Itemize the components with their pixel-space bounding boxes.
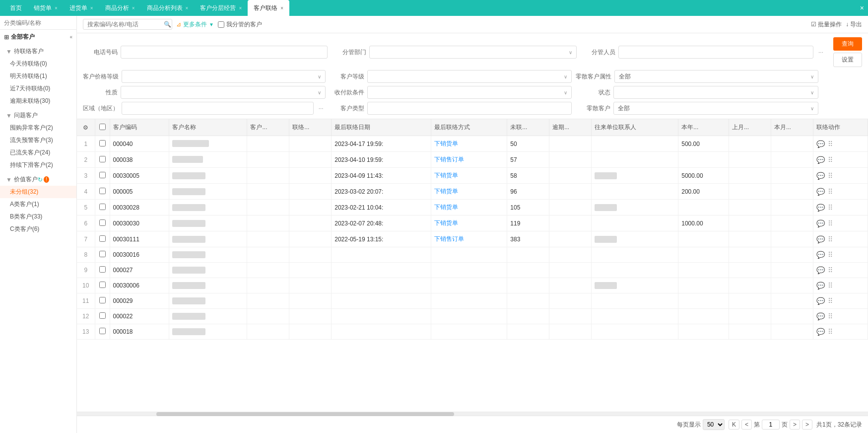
more-icon[interactable]: ⠿ [828, 188, 833, 196]
more-icon[interactable]: ⠿ [828, 282, 833, 289]
nav-tab-sales-close[interactable]: × [55, 5, 58, 11]
col-header-settings[interactable]: ⚙ [77, 119, 95, 136]
cell-code[interactable]: 00030006 [110, 278, 169, 293]
cell-check[interactable] [95, 324, 110, 340]
cell-check[interactable] [95, 278, 110, 293]
contact-icon[interactable]: 💬 [816, 251, 825, 259]
filter-retail-customer-select[interactable]: 全部 ∨ [613, 102, 818, 115]
row-checkbox[interactable] [99, 297, 106, 303]
sidebar-group-problem-header[interactable]: ▼ 问题客户 [0, 109, 76, 122]
my-customers-checkbox[interactable] [218, 21, 224, 28]
my-customers-filter[interactable]: 我分管的客户 [218, 20, 262, 29]
contact-icon[interactable]: 💬 [816, 219, 825, 227]
filter-region-select[interactable] [122, 102, 314, 115]
last-page-button[interactable]: > [802, 420, 812, 430]
cell-code[interactable]: 000005 [110, 184, 169, 200]
method-link[interactable]: 下销货单 [434, 140, 458, 147]
nav-tab-analysis-close[interactable]: × [132, 5, 135, 11]
cell-last-method[interactable] [431, 263, 507, 278]
row-checkbox[interactable] [99, 188, 106, 194]
cell-check[interactable] [95, 263, 110, 278]
sidebar-item-class-a[interactable]: A类客户(1) [0, 198, 76, 211]
all-customers-header[interactable]: ⊞ 全部客户 « [0, 30, 76, 44]
nav-tab-purchase-close[interactable]: × [90, 5, 93, 11]
cell-check[interactable] [95, 168, 110, 184]
nav-tab-purchase[interactable]: 进货单 × [64, 0, 99, 16]
cell-last-method[interactable]: 下销货单 [431, 168, 507, 184]
cell-check[interactable] [95, 293, 110, 309]
nav-tab-analysis-list-close[interactable]: × [186, 5, 189, 11]
window-close-icon[interactable]: × [860, 4, 864, 12]
row-checkbox[interactable] [99, 156, 106, 162]
sidebar-item-today[interactable]: 今天待联络(0) [0, 58, 76, 70]
sidebar-item-7days[interactable]: 近7天待联络(0) [0, 82, 76, 95]
contact-icon[interactable]: 💬 [816, 172, 825, 180]
select-all-checkbox[interactable] [99, 124, 106, 130]
row-checkbox[interactable] [99, 251, 106, 257]
filter-nature-select[interactable]: ∨ [121, 86, 326, 99]
row-checkbox[interactable] [99, 140, 106, 146]
scroll-thumb[interactable] [156, 412, 454, 416]
cell-code[interactable]: 00030030 [110, 216, 169, 231]
contact-icon[interactable]: 💬 [816, 282, 825, 289]
method-link[interactable]: 下销售订单 [434, 156, 464, 163]
more-icon[interactable]: ⠿ [828, 172, 833, 180]
filter-search-input[interactable] [87, 21, 162, 28]
query-button[interactable]: 查询 [833, 37, 862, 51]
more-icon[interactable]: ⠿ [828, 235, 833, 243]
row-checkbox[interactable] [99, 219, 106, 226]
contact-icon[interactable]: 💬 [816, 235, 825, 243]
cell-last-method[interactable] [431, 324, 507, 340]
cell-check[interactable] [95, 200, 110, 216]
current-page-input[interactable] [762, 420, 780, 430]
cell-check[interactable] [95, 231, 110, 247]
filter-customer-level-select[interactable]: ∨ [367, 70, 572, 83]
cell-code[interactable]: 000040 [110, 136, 169, 152]
cell-code[interactable]: 000029 [110, 293, 169, 309]
nav-tab-customer-contact-close[interactable]: × [280, 5, 283, 11]
contact-icon[interactable]: 💬 [816, 156, 825, 164]
filter-customer-type-select[interactable] [367, 102, 572, 115]
cell-check[interactable] [95, 184, 110, 200]
next-page-button[interactable]: > [790, 420, 800, 430]
more-icon[interactable]: ⠿ [828, 266, 833, 274]
batch-ops-button[interactable]: ☑ 批量操作 [811, 20, 842, 29]
sidebar-item-class-b[interactable]: B类客户(33) [0, 211, 76, 223]
cell-code[interactable]: 00030016 [110, 247, 169, 263]
reset-button[interactable]: 设置 [833, 53, 862, 67]
row-checkbox[interactable] [99, 204, 106, 210]
sidebar-group-value-header[interactable]: ▼ 价值客户 ↻ ! [0, 173, 76, 186]
filter-phone-input[interactable] [121, 46, 328, 59]
cell-last-method[interactable] [431, 293, 507, 309]
sidebar-item-class-c[interactable]: C类客户(6) [0, 223, 76, 235]
filter-staff-select[interactable] [618, 46, 813, 59]
cell-code[interactable]: 000027 [110, 263, 169, 278]
cell-last-method[interactable] [431, 278, 507, 293]
cell-check[interactable] [95, 247, 110, 263]
more-icon[interactable]: ⠿ [828, 297, 833, 305]
cell-last-method[interactable]: 下销货单 [431, 200, 507, 216]
cell-code[interactable]: 00030005 [110, 168, 169, 184]
more-icon[interactable]: ⠿ [828, 328, 833, 336]
method-link[interactable]: 下销货单 [434, 172, 458, 179]
contact-icon[interactable]: 💬 [816, 328, 825, 336]
method-link[interactable]: 下销售订单 [434, 235, 464, 242]
more-icon[interactable]: ⠿ [828, 312, 833, 320]
cell-last-method[interactable]: 下销货单 [431, 184, 507, 200]
cell-last-method[interactable]: 下销售订单 [431, 231, 507, 247]
sidebar-item-declining[interactable]: 持续下滑客户(2) [0, 159, 76, 171]
sidebar-item-tomorrow[interactable]: 明天待联络(1) [0, 70, 76, 82]
more-icon[interactable]: ⠿ [828, 156, 833, 164]
sidebar-item-overdue[interactable]: 逾期未联络(30) [0, 95, 76, 107]
nav-tab-customer-segment-close[interactable]: × [239, 5, 242, 11]
cell-code[interactable]: 000038 [110, 152, 169, 168]
cell-last-method[interactable] [431, 247, 507, 263]
nav-tab-home[interactable]: 首页 [4, 0, 28, 16]
sidebar-item-churned[interactable]: 已流失客户(24) [0, 146, 76, 159]
cell-last-method[interactable]: 下销售订单 [431, 152, 507, 168]
row-checkbox[interactable] [99, 328, 106, 334]
filter-region-dots[interactable]: ··· [317, 105, 326, 112]
settings-gear-icon[interactable]: ⚙ [83, 124, 88, 131]
filter-staff-dots[interactable]: ··· [816, 49, 825, 56]
cell-code[interactable]: 00030111 [110, 231, 169, 247]
